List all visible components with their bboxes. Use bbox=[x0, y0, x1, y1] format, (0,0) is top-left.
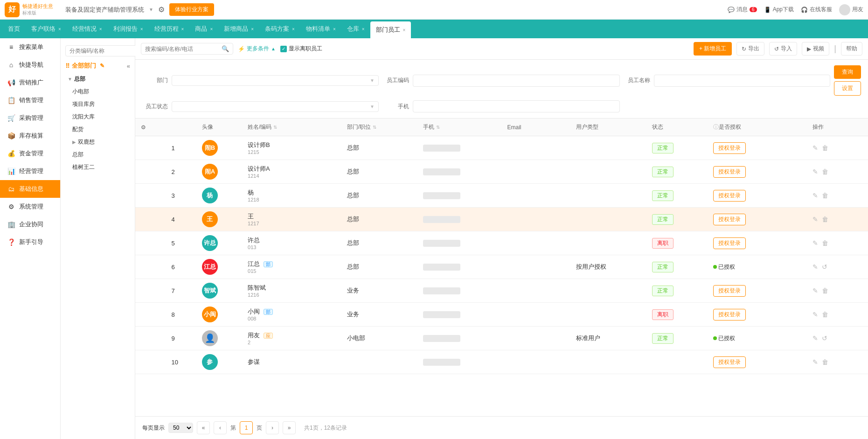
auth-btn-2[interactable]: 授权登录 bbox=[713, 166, 746, 178]
auth-btn-8[interactable]: 授权登录 bbox=[713, 309, 746, 321]
message-btn[interactable]: 💬 消息 6 bbox=[728, 6, 757, 14]
sidebar-item-basic[interactable]: 🗂 基础信息 bbox=[0, 180, 60, 198]
adv-status-select[interactable]: ▼ bbox=[172, 101, 379, 112]
export-button[interactable]: ↻ 导出 bbox=[736, 42, 764, 56]
col-name-code[interactable]: 姓名/编码 ⇅ bbox=[242, 118, 341, 136]
tab-dept-staff[interactable]: 部门员工 × bbox=[370, 21, 411, 38]
sidebar-item-stock[interactable]: 📦 库存核算 bbox=[0, 127, 60, 145]
more-filter-btn[interactable]: ⚡ 更多条件 ▲ bbox=[238, 45, 276, 53]
auth-btn-10[interactable]: 授权登录 bbox=[713, 356, 746, 368]
edit-icon-6[interactable]: ✎ bbox=[812, 263, 818, 271]
tab-history[interactable]: 经营历程 × bbox=[149, 20, 190, 38]
dept-header-edit-icon[interactable]: ✎ bbox=[100, 63, 104, 69]
auth-btn-7[interactable]: 授权登录 bbox=[713, 285, 746, 297]
view-button[interactable]: ▶ 视频 bbox=[802, 42, 829, 56]
settings-icon[interactable]: ⚙ bbox=[158, 5, 165, 14]
edit-icon-7[interactable]: ✎ bbox=[812, 287, 818, 294]
auth-btn-3[interactable]: 授权登录 bbox=[713, 190, 746, 202]
edit-icon-2[interactable]: ✎ bbox=[812, 168, 818, 175]
edit-icon-10[interactable]: ✎ bbox=[812, 358, 818, 366]
delete-icon-4[interactable]: 🗑 bbox=[822, 216, 828, 223]
adv-phone-input[interactable] bbox=[413, 100, 620, 112]
next-page-btn[interactable]: › bbox=[266, 421, 279, 434]
sidebar-item-marketing[interactable]: 📢 营销推广 bbox=[0, 74, 60, 91]
col-phone[interactable]: 手机 ⇅ bbox=[417, 118, 501, 136]
adv-emp-code-input[interactable] bbox=[413, 75, 620, 87]
tab-barcode[interactable]: 条码方案 × bbox=[259, 20, 300, 38]
dept-header-collapse-icon[interactable]: « bbox=[127, 63, 130, 70]
tab-goods[interactable]: 商品 × bbox=[189, 20, 218, 38]
sales-icon: 📋 bbox=[7, 97, 15, 104]
avatar-3: 杨 bbox=[202, 188, 218, 203]
tab-new-goods[interactable]: 新增商品 × bbox=[218, 20, 259, 38]
sidebar-item-company[interactable]: 🏢 企业协同 bbox=[0, 216, 60, 233]
tab-dept-staff-close[interactable]: × bbox=[403, 28, 406, 33]
add-employee-button[interactable]: + 新增员工 bbox=[694, 42, 732, 56]
delete-icon-3[interactable]: 🗑 bbox=[822, 192, 828, 199]
tab-dept-staff-label: 部门员工 bbox=[376, 26, 400, 34]
tree-node-project-room[interactable]: 项目库房 bbox=[61, 98, 135, 111]
online-service-btn[interactable]: 🎧 在线客服 bbox=[801, 6, 832, 14]
tree-node-head-office[interactable]: ▼ 总部 bbox=[61, 73, 135, 85]
tab-warehouse[interactable]: 仓库 × bbox=[341, 20, 370, 38]
edit-icon-8[interactable]: ✎ bbox=[812, 311, 818, 318]
edit-icon-3[interactable]: ✎ bbox=[812, 192, 818, 199]
show-resign-checkbox[interactable]: ✓ 显示离职员工 bbox=[280, 45, 322, 53]
app-download-btn[interactable]: 📱 App下载 bbox=[764, 6, 794, 14]
prev-page-btn[interactable]: ‹ bbox=[214, 421, 227, 434]
system-title-dropdown[interactable]: ▼ bbox=[149, 7, 153, 12]
sidebar-item-operation[interactable]: 📊 经营管理 bbox=[0, 162, 60, 180]
tree-node-head-dept[interactable]: 总部 bbox=[61, 148, 135, 161]
tab-customer[interactable]: 客户联络 × bbox=[26, 20, 67, 38]
search-input[interactable] bbox=[145, 46, 220, 52]
reset-button[interactable]: 设置 bbox=[834, 81, 861, 96]
col-settings[interactable]: ⚙ bbox=[135, 118, 166, 136]
adv-dept-select[interactable]: ▼ bbox=[172, 75, 379, 86]
first-page-btn[interactable]: « bbox=[197, 421, 210, 434]
query-button[interactable]: 查询 bbox=[834, 65, 861, 79]
edit-icon-4[interactable]: ✎ bbox=[812, 216, 818, 223]
edit-icon-9[interactable]: ✎ bbox=[812, 334, 818, 342]
sidebar-item-finance[interactable]: 💰 资金管理 bbox=[0, 145, 60, 162]
auth-btn-5[interactable]: 授权登录 bbox=[713, 237, 746, 249]
last-page-btn[interactable]: » bbox=[283, 421, 296, 434]
sidebar-item-search[interactable]: ≡ 搜索菜单 bbox=[0, 38, 60, 56]
sidebar-item-sales[interactable]: 📋 销售管理 bbox=[0, 91, 60, 109]
sidebar-item-guide[interactable]: ❓ 新手引导 bbox=[0, 233, 60, 251]
cell-status-10 bbox=[646, 350, 708, 374]
tree-node-plant-king[interactable]: 植树王二 bbox=[61, 161, 135, 174]
delete-icon-9[interactable]: ↺ bbox=[822, 334, 827, 342]
edit-icon-5[interactable]: ✎ bbox=[812, 239, 818, 247]
tree-node-shuanglu[interactable]: ▶ 双鹿想 bbox=[61, 136, 135, 148]
edit-icon-1[interactable]: ✎ bbox=[812, 144, 818, 152]
dept-search-input[interactable] bbox=[65, 45, 144, 56]
col-dept[interactable]: 部门/职位 ⇅ bbox=[341, 118, 418, 136]
delete-icon-10[interactable]: 🗑 bbox=[822, 358, 828, 366]
help-button[interactable]: 帮助 bbox=[841, 42, 862, 56]
delete-icon-1[interactable]: 🗑 bbox=[822, 144, 828, 152]
phone-blur-7: xxxxxxxxx bbox=[423, 287, 460, 294]
import-button[interactable]: ↺ 导入 bbox=[769, 42, 797, 56]
delete-icon-7[interactable]: 🗑 bbox=[822, 287, 828, 294]
auth-btn-1[interactable]: 授权登录 bbox=[713, 142, 746, 154]
experience-button[interactable]: 体验行业方案 bbox=[169, 3, 214, 16]
delete-icon-5[interactable]: 🗑 bbox=[822, 239, 828, 247]
tree-node-distribution[interactable]: 配货 bbox=[61, 123, 135, 136]
adv-emp-name-input[interactable] bbox=[654, 75, 830, 87]
page-size-select[interactable]: 50 100 bbox=[168, 423, 193, 433]
tree-node-small-elec[interactable]: 小电部 bbox=[61, 85, 135, 98]
delete-icon-6[interactable]: ↺ bbox=[822, 263, 827, 271]
delete-icon-2[interactable]: 🗑 bbox=[822, 168, 828, 175]
tab-bom[interactable]: 物料清单 × bbox=[300, 20, 341, 38]
code-3: 1218 bbox=[248, 197, 336, 202]
user-btn[interactable]: 用友 bbox=[839, 4, 863, 15]
tab-home[interactable]: 首页 bbox=[2, 20, 26, 38]
delete-icon-8[interactable]: 🗑 bbox=[822, 311, 828, 318]
tree-node-shenyang[interactable]: 沈阳大库 bbox=[61, 111, 135, 123]
tab-operation[interactable]: 经营情况 × bbox=[67, 20, 108, 38]
sidebar-item-purchase[interactable]: 🛒 采购管理 bbox=[0, 109, 60, 127]
tab-profit[interactable]: 利润报告 × bbox=[108, 20, 149, 38]
auth-btn-4[interactable]: 授权登录 bbox=[713, 214, 746, 225]
sidebar-item-quick-nav[interactable]: ⌂ 快捷导航 bbox=[0, 56, 60, 74]
sidebar-item-system[interactable]: ⚙ 系统管理 bbox=[0, 198, 60, 216]
